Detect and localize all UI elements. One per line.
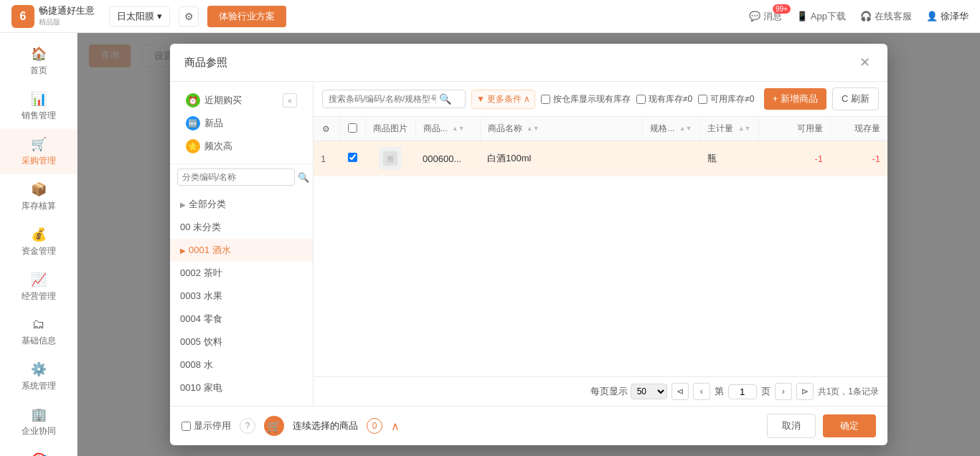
operation-icon: 📈 (31, 272, 47, 288)
enterprise-icon: 🏢 (31, 407, 47, 422)
refresh-button[interactable]: C 刷新 (832, 87, 879, 110)
sort-code-icon[interactable]: ▲▼ (452, 125, 465, 132)
settings-icon[interactable]: ⚙ (179, 6, 199, 27)
category-item-0003[interactable]: 0003 水果 (170, 285, 313, 308)
td-checkbox[interactable] (339, 141, 365, 176)
quick-item-new[interactable]: 🆕 新品 (177, 112, 306, 135)
checkbox-warehouse-input[interactable] (541, 95, 550, 104)
last-page-button[interactable]: ⊳ (796, 383, 814, 400)
search-icon[interactable]: 🔍 (439, 93, 451, 105)
sidebar-item-operation[interactable]: 📈 经营管理 (0, 265, 77, 310)
cancel-button[interactable]: 取消 (767, 414, 816, 438)
th-spec: 规格... ▲▼ (643, 117, 700, 141)
footer-left: 显示停用 (182, 419, 231, 432)
category-item-all[interactable]: ▶ 全部分类 (170, 193, 313, 216)
sidebar-item-finance[interactable]: 💰 资金管理 (0, 219, 77, 265)
mobile-icon: 📱 (796, 11, 808, 22)
product-panel: 🔍 ▼ 更多条件 ∧ 按仓库显示现有库存 (314, 82, 887, 406)
category-0001-label: 0001 酒水 (189, 244, 231, 257)
sidebar-item-enterprise[interactable]: 🏢 企业协同 (0, 399, 77, 445)
checkbox-available-stock[interactable]: 可用库存≠0 (698, 93, 754, 105)
per-page-select[interactable]: 50 100 200 (631, 384, 667, 399)
td-stock: -1 (830, 141, 887, 176)
checkbox-current-stock[interactable]: 现有库存≠0 (636, 93, 692, 105)
category-search-icon[interactable]: 🔍 (298, 172, 309, 183)
trial-button[interactable]: 体验行业方案 (207, 6, 286, 27)
td-unit: 瓶 (700, 141, 758, 176)
row-checkbox[interactable] (348, 153, 357, 162)
prev-page-button[interactable]: ‹ (693, 383, 710, 400)
logo-title: 畅捷通好生意 (39, 5, 95, 17)
category-all-label: 全部分类 (189, 198, 226, 211)
checkbox-available-input[interactable] (698, 95, 707, 104)
filter-button[interactable]: ▼ 更多条件 ∧ (471, 90, 535, 109)
product-table: ⚙ 商品图片 商品... ▲▼ (314, 117, 887, 176)
category-item-00[interactable]: 00 未分类 (170, 216, 313, 239)
navbar: 6 畅捷通好生意 精品版 日太阳膜 ▾ ⚙ 体验行业方案 💬 消息 99+ 📱 … (0, 0, 980, 33)
checkbox-warehouse-stock[interactable]: 按仓库显示现有库存 (541, 93, 631, 105)
user-avatar-icon: 👤 (926, 11, 938, 22)
category-item-0008[interactable]: 0008 水 (170, 353, 313, 376)
user-info[interactable]: 👤 徐泽华 (926, 10, 969, 23)
sidebar-item-info[interactable]: 🗂 基础信息 (0, 310, 77, 354)
quick-item-freq[interactable]: ⭐ 频次高 (177, 135, 306, 158)
selected-count-badge: 0 (367, 418, 382, 434)
category-search-input[interactable] (177, 168, 295, 186)
store-selector[interactable]: 日太阳膜 ▾ (109, 6, 170, 27)
category-item-0010[interactable]: 0010 家电 (170, 376, 313, 399)
modal-overlay: 商品参照 ✕ ⏰ 近期购买 « 🆕 (77, 33, 980, 456)
per-page-label: 每页显示 (590, 385, 628, 398)
toolbar-actions: + 新增商品 C 刷新 (764, 87, 879, 110)
info-icon: 🗂 (32, 317, 45, 332)
image-placeholder-icon: 图 (383, 151, 397, 166)
sort-name-icon[interactable]: ▲▼ (527, 125, 540, 132)
settings-gear-icon[interactable]: ⚙ (322, 124, 330, 134)
help-button[interactable]: ? (240, 418, 255, 434)
pagination-bar: 每页显示 50 100 200 ⊲ ‹ 第 页 (314, 376, 887, 406)
cart-icon[interactable]: 🛒 (264, 416, 284, 436)
category-item-0002[interactable]: 0002 茶叶 (170, 262, 313, 285)
sidebar-item-inventory[interactable]: 📦 库存核算 (0, 174, 77, 219)
category-list: ▶ 全部分类 00 未分类 ▶ 0001 酒水 0002 茶 (170, 190, 313, 399)
sort-spec-icon[interactable]: ▲▼ (679, 125, 692, 132)
category-item-0005[interactable]: 0005 饮料 (170, 331, 313, 353)
next-page-button[interactable]: › (775, 383, 792, 400)
page-number-input[interactable] (728, 384, 757, 399)
first-page-button[interactable]: ⊲ (672, 383, 689, 400)
online-service-btn[interactable]: 🎧 在线客服 (860, 10, 912, 23)
th-product-image: 商品图片 (365, 117, 415, 141)
show-disabled-input[interactable] (182, 422, 191, 431)
sidebar-item-purchase[interactable]: 🛒 采购管理 (0, 129, 77, 174)
confirm-button[interactable]: 确定 (823, 414, 876, 437)
select-all-checkbox[interactable] (348, 123, 357, 133)
th-settings: ⚙ (314, 117, 339, 141)
category-item-0004[interactable]: 0004 零食 (170, 308, 313, 331)
add-product-button[interactable]: + 新增商品 (764, 88, 826, 110)
td-product-code: 000600... (415, 141, 480, 176)
product-search-input[interactable] (329, 94, 436, 104)
modal-close-button[interactable]: ✕ (856, 54, 873, 71)
table-row[interactable]: 1 图 (314, 141, 887, 176)
sidebar-item-guide[interactable]: 🎯 新手引导 (0, 445, 77, 456)
sidebar-item-system[interactable]: ⚙️ 系统管理 (0, 354, 77, 399)
messages-btn[interactable]: 💬 消息 99+ (749, 10, 782, 23)
collapse-button[interactable]: « (283, 93, 297, 108)
sidebar-item-info-label: 基础信息 (22, 335, 56, 347)
category-item-0001[interactable]: ▶ 0001 酒水 (170, 239, 313, 262)
footer-actions: 取消 确定 (767, 414, 876, 438)
sidebar-item-home[interactable]: 🏠 首页 (0, 39, 77, 84)
app-download-btn[interactable]: 📱 App下载 (796, 10, 846, 23)
table-header: ⚙ 商品图片 商品... ▲▼ (314, 117, 887, 141)
quick-item-recent[interactable]: ⏰ 近期购买 « (177, 89, 306, 112)
main-layout: 🏠 首页 📊 销售管理 🛒 采购管理 📦 库存核算 💰 资金管理 📈 经营管理 … (0, 33, 980, 456)
show-disabled-checkbox[interactable]: 显示停用 (182, 419, 231, 432)
td-row-num: 1 (314, 141, 339, 176)
quick-access-section: ⏰ 近期购买 « 🆕 新品 ⭐ 频次高 (170, 89, 313, 164)
category-0003-label: 0003 水果 (180, 290, 222, 303)
checkbox-current-input[interactable] (636, 95, 646, 104)
checkbox-available-label: 可用库存≠0 (710, 93, 754, 105)
collapse-footer-icon[interactable]: ∧ (391, 419, 400, 433)
home-icon: 🏠 (31, 46, 47, 62)
sidebar-item-sales[interactable]: 📊 销售管理 (0, 84, 77, 129)
sort-unit-icon[interactable]: ▲▼ (738, 125, 751, 132)
